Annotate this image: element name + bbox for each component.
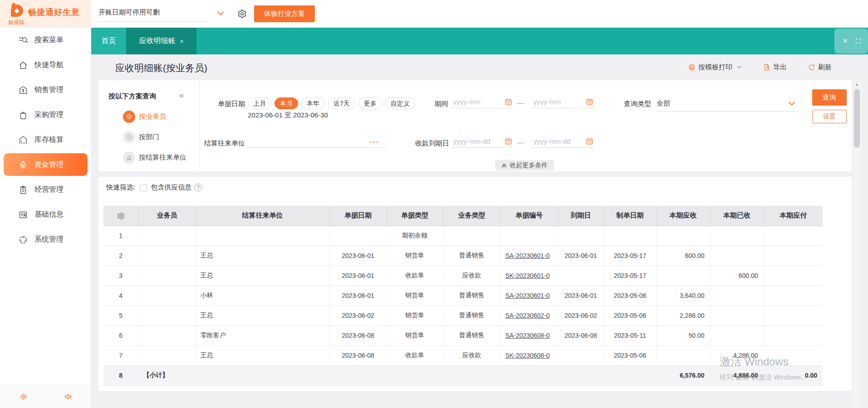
pill-this-year[interactable]: 本年 — [301, 97, 325, 109]
calendar-icon[interactable] — [586, 98, 593, 106]
cell-doc-no: SK-20230601-0 — [500, 266, 558, 286]
plan-by-salesperson[interactable]: 按业务员 — [123, 111, 166, 123]
query-type-value[interactable]: 全部 — [657, 99, 670, 108]
sidebar-item-operations[interactable]: 经营管理 — [0, 177, 91, 202]
sidebar-item-system[interactable]: 系统管理 — [0, 227, 91, 252]
bar-chart-icon — [123, 151, 135, 164]
table-row[interactable]: 6零散客户2023-06-08销货单普通销售SA-20230608-02023-… — [103, 325, 823, 345]
brand-logo-icon — [10, 3, 25, 17]
table-row[interactable]: 7王总2023-06-08收款单应收款SK-20230608-02023-05-… — [103, 345, 823, 365]
tab-bar: 首页 应收明细账 × × — [91, 28, 868, 54]
export-button[interactable]: 导出 — [763, 63, 787, 72]
refresh-button[interactable]: 刷新 — [808, 63, 832, 72]
include-supply-checkbox[interactable] — [140, 184, 147, 191]
collapse-more-conditions-button[interactable]: 收起更多条件 — [495, 160, 554, 170]
cell-received: 600.00 — [710, 266, 764, 286]
doc-no-link[interactable]: SK-20230601-0 — [505, 272, 550, 279]
sidebar-item-label: 库存核算 — [34, 135, 64, 145]
plan-by-partner[interactable]: 按结算往来单位 — [123, 151, 186, 164]
cell-received: 4,286.00 — [710, 345, 764, 365]
print-by-template-button[interactable]: 按模板打印 — [688, 63, 732, 72]
settings-button[interactable]: 设置 — [812, 110, 847, 123]
help-icon[interactable]: ? — [194, 184, 202, 191]
tab-close-icon[interactable]: × — [180, 38, 183, 45]
due-end-placeholder: yyyy-mm-dd — [534, 137, 571, 145]
money-bag-icon — [18, 160, 28, 170]
table-row[interactable]: 4小林2023-06-01销货单普通销售SA-20230601-02023-06… — [103, 286, 823, 306]
table-row-subtotal[interactable]: 8【小计】6,576.004,886.000.00 — [103, 365, 823, 385]
doc-no-link[interactable]: SA-20230601-0 — [505, 292, 550, 299]
refresh-label: 刷新 — [818, 63, 832, 72]
chevron-down-icon[interactable] — [788, 101, 795, 107]
period-start-input[interactable]: yyyy-mm — [451, 97, 513, 108]
tab-receivable-detail[interactable]: 应收明细账 × — [126, 28, 196, 54]
table-row[interactable]: 1期初余额 — [103, 226, 823, 246]
col-header-due-date[interactable]: 到期日 — [558, 206, 604, 226]
calendar-icon[interactable] — [586, 137, 593, 145]
calendar-icon[interactable] — [505, 98, 512, 106]
pill-last-7-days[interactable]: 近7天 — [328, 97, 355, 109]
col-header-doc-date[interactable]: 单据日期 — [329, 206, 387, 226]
box-icon — [123, 111, 135, 123]
doc-no-link[interactable]: SA-20230602-0 — [505, 312, 550, 319]
col-header-biz-type[interactable]: 业务类型 — [443, 206, 500, 226]
sidebar-item-purchase[interactable]: 采购管理 — [0, 102, 91, 127]
cell-received — [710, 286, 764, 306]
col-header-partner[interactable]: 结算往来单位 — [196, 206, 329, 226]
doc-no-link[interactable]: SK-20230608-0 — [505, 352, 550, 359]
table-row[interactable]: 5王总2023-06-02销货单普通销售SA-20230602-02023-06… — [103, 306, 823, 325]
col-header-doc-no[interactable]: 单据编号 — [500, 206, 558, 226]
sidebar-item-sales[interactable]: 销售管理 — [0, 78, 91, 102]
fullscreen-icon[interactable] — [855, 38, 862, 44]
scrollbar-thumb[interactable] — [854, 89, 860, 148]
table-row[interactable]: 3王总2023-06-01收款单应收款SK-20230601-02023-05-… — [103, 266, 823, 286]
sidebar-item-quick-nav[interactable]: 快捷导航 — [0, 53, 91, 78]
account-set-dropdown[interactable]: 开账日期可停用可删 — [98, 8, 210, 22]
cell-doc-date — [329, 226, 387, 246]
col-header-doc-type[interactable]: 单据类型 — [387, 206, 443, 226]
main-area: 开账日期可停用可删 体验行业方案 消息 99+ App下载 在线客服 — [91, 0, 868, 408]
sidebar-item-base-info[interactable]: 基础信息 — [0, 202, 91, 227]
speaker-icon[interactable] — [64, 392, 73, 401]
scroll-up-arrow[interactable]: ▲ — [853, 82, 861, 87]
settings-gear-icon[interactable] — [19, 392, 28, 401]
partner-input[interactable] — [247, 136, 388, 148]
close-icon[interactable]: × — [843, 36, 848, 46]
trial-industry-button[interactable]: 体验行业方案 — [254, 5, 315, 22]
table-row[interactable]: 2王总2023-06-01销货单普通销售SA-20230601-02023-06… — [103, 246, 823, 266]
search-button[interactable]: 查询 — [812, 89, 847, 106]
sidebar-item-inventory[interactable]: 库存核算 — [0, 127, 91, 152]
vertical-scrollbar[interactable]: ▲ — [853, 81, 861, 408]
cell-doc-no — [500, 365, 558, 385]
doc-no-link[interactable]: SA-20230608-0 — [505, 332, 550, 339]
col-header-received[interactable]: 本期已收 — [710, 206, 764, 226]
due-end-input[interactable]: yyyy-mm-dd — [531, 136, 594, 148]
pill-more[interactable]: 更多 — [358, 97, 382, 109]
query-plan-panel: 按以下方案查询 « 按业务员 按部门 按结算往来单位 — [98, 80, 200, 171]
print-options-chevron[interactable] — [737, 63, 742, 71]
col-header-payable[interactable]: 本期应付 — [764, 206, 823, 226]
col-header-create-date[interactable]: 制单日期 — [604, 206, 656, 226]
period-end-input[interactable]: yyyy-mm — [531, 97, 594, 108]
sidebar-item-label: 采购管理 — [34, 110, 64, 120]
calendar-icon[interactable] — [505, 137, 512, 145]
sidebar-item-label: 资金管理 — [34, 160, 64, 170]
include-supply-label: 包含供应信息 — [151, 183, 191, 192]
col-header-receivable[interactable]: 本期应收 — [656, 206, 710, 226]
gear-icon[interactable] — [237, 9, 247, 19]
cell-receivable: 2,286.00 — [656, 306, 710, 325]
period-label: 期间 — [403, 100, 448, 108]
chevron-down-icon[interactable] — [217, 11, 224, 16]
col-header-salesperson[interactable]: 业务员 — [138, 206, 196, 226]
pill-this-month[interactable]: 本月 — [275, 97, 298, 109]
sidebar-item-search-menu[interactable]: 搜索菜单 — [0, 28, 91, 53]
due-start-input[interactable]: yyyy-mm-dd — [451, 136, 513, 148]
pill-last-month[interactable]: 上月 — [248, 97, 271, 109]
column-settings-gear[interactable] — [103, 206, 138, 226]
partner-picker-ellipsis[interactable]: ··· — [370, 138, 380, 146]
panel-collapse-icon[interactable]: « — [179, 90, 184, 100]
doc-no-link[interactable]: SA-20230601-0 — [505, 252, 550, 259]
tab-home[interactable]: 首页 — [91, 28, 126, 54]
plan-by-department[interactable]: 按部门 — [123, 131, 159, 143]
sidebar-item-funds[interactable]: 资金管理 — [4, 153, 88, 176]
